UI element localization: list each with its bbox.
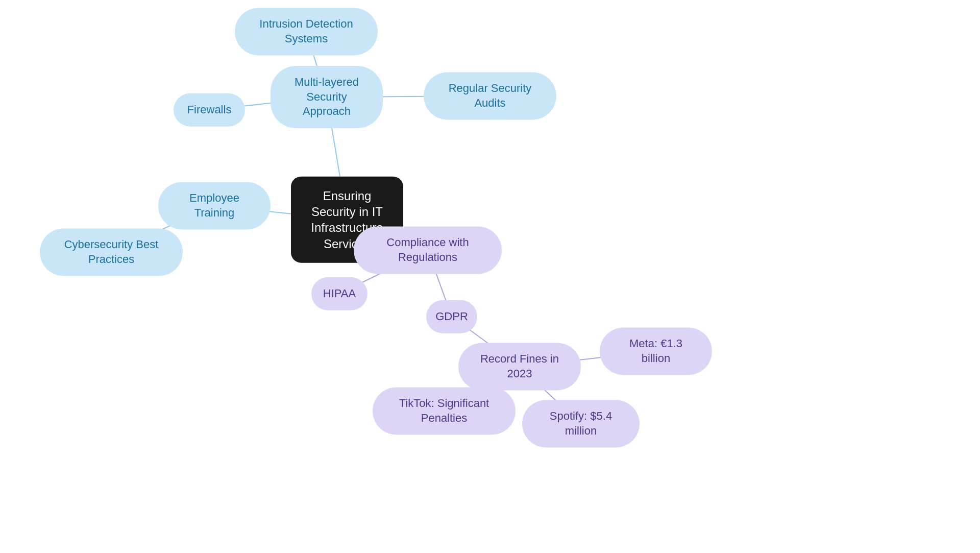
audits-node: Regular Security Audits xyxy=(424,72,556,119)
meta-node: Meta: €1.3 billion xyxy=(600,327,712,375)
intrusion-node: Intrusion Detection Systems xyxy=(235,8,378,55)
compliance-node: Compliance with Regulations xyxy=(354,226,502,274)
gdpr-node: GDPR xyxy=(426,300,477,333)
cybersecurity-node: Cybersecurity Best Practices xyxy=(40,228,183,276)
firewalls-node: Firewalls xyxy=(174,93,245,127)
mind-map: Ensuring Security in IT Infrastructure S… xyxy=(0,0,980,553)
tiktok-node: TikTok: Significant Penalties xyxy=(373,387,516,435)
record-fines-node: Record Fines in 2023 xyxy=(458,343,581,390)
multilayered-node: Multi-layered Security Approach xyxy=(271,66,383,128)
hipaa-node: HIPAA xyxy=(311,277,368,310)
employee-node: Employee Training xyxy=(158,182,271,229)
spotify-node: Spotify: $5.4 million xyxy=(522,400,640,447)
